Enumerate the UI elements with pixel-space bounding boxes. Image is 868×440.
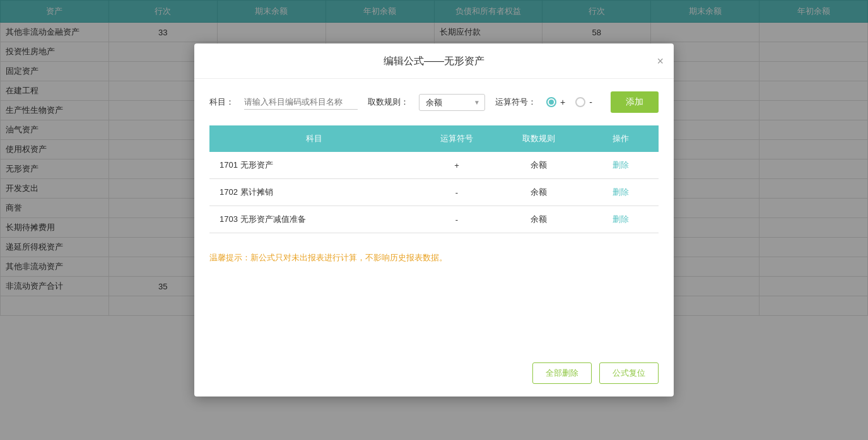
cell-action: 删除 (583, 152, 659, 179)
operator-minus-label: - (589, 97, 592, 107)
cell-subject: 1702 累计摊销 (209, 179, 419, 206)
warning-text: 温馨提示：新公式只对未出报表进行计算，不影响历史报表数据。 (209, 246, 659, 274)
cell-rule: 余额 (495, 152, 583, 179)
operator-minus-radio[interactable]: - (575, 97, 592, 107)
table-header-subject: 科目 (209, 125, 419, 152)
delete-row-button[interactable]: 删除 (613, 214, 629, 225)
radio-minus-circle (575, 97, 585, 107)
table-row: 1702 累计摊销-余额删除 (209, 179, 659, 206)
cell-operator: - (419, 179, 495, 206)
delete-row-button[interactable]: 删除 (613, 159, 629, 171)
cell-subject: 1703 无形资产减值准备 (209, 206, 419, 233)
modal-title: 编辑公式——无形资产 (384, 55, 484, 66)
operator-plus-label: + (560, 97, 565, 107)
delete-row-button[interactable]: 删除 (613, 187, 629, 198)
cell-rule: 余额 (495, 179, 583, 206)
operator-plus-radio[interactable]: + (546, 97, 565, 107)
subject-label: 科目： (209, 96, 234, 108)
add-button[interactable]: 添加 (611, 91, 659, 113)
table-row: 1701 无形资产+余额删除 (209, 152, 659, 179)
rule-select-wrap: 余额 借方发生额 贷方发生额 ▼ (419, 94, 485, 111)
cell-subject: 1701 无形资产 (209, 152, 419, 179)
modal-dialog: 编辑公式——无形资产 × 科目： 取数规则： 余额 借方发生额 贷方发生额 ▼ … (194, 43, 674, 397)
table-row: 1703 无形资产减值准备-余额删除 (209, 206, 659, 233)
delete-all-button[interactable]: 全部删除 (532, 362, 592, 384)
modal-body: 科目： 取数规则： 余额 借方发生额 贷方发生额 ▼ 运算符号： + (194, 79, 674, 362)
subject-input[interactable] (244, 95, 358, 110)
formula-table: 科目 运算符号 取数规则 操作 1701 无形资产+余额删除1702 累计摊销-… (209, 125, 659, 233)
cell-action: 删除 (583, 179, 659, 206)
modal-footer: 全部删除 公式复位 (194, 362, 674, 397)
radio-plus-circle (546, 97, 556, 107)
operator-radio-group: + - (546, 97, 592, 107)
cell-rule: 余额 (495, 206, 583, 233)
rule-label: 取数规则： (368, 96, 409, 108)
cell-action: 删除 (583, 206, 659, 233)
table-header-operator: 运算符号 (419, 125, 495, 152)
modal-header: 编辑公式——无形资产 × (194, 43, 674, 79)
modal-overlay: 编辑公式——无形资产 × 科目： 取数规则： 余额 借方发生额 贷方发生额 ▼ … (0, 0, 868, 440)
cell-operator: + (419, 152, 495, 179)
form-row: 科目： 取数规则： 余额 借方发生额 贷方发生额 ▼ 运算符号： + (209, 91, 659, 113)
modal-close-button[interactable]: × (657, 55, 664, 67)
table-header-rule: 取数规则 (495, 125, 583, 152)
operator-label: 运算符号： (495, 96, 536, 108)
cell-operator: - (419, 206, 495, 233)
table-header-action: 操作 (583, 125, 659, 152)
reset-formula-button[interactable]: 公式复位 (599, 362, 659, 384)
rule-select[interactable]: 余额 借方发生额 贷方发生额 (419, 94, 485, 111)
